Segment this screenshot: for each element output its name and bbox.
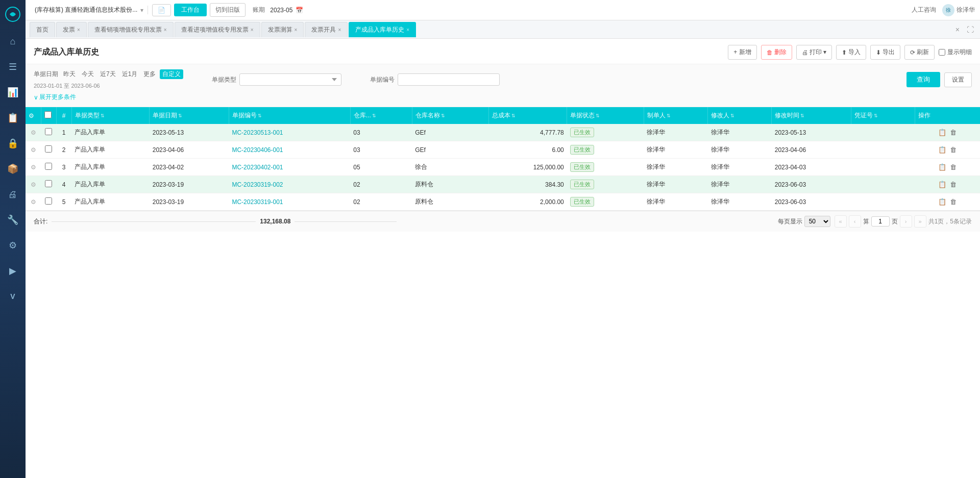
user-menu[interactable]: 徐 徐泽华: [942, 4, 975, 16]
col-number[interactable]: 单据编号⇅: [229, 107, 350, 124]
row-number[interactable]: MC-20230406-001: [229, 141, 350, 159]
number-filter-input[interactable]: [398, 73, 500, 86]
tab-product-in[interactable]: 产成品入库单历史 ×: [349, 22, 416, 37]
sidebar-item-tool[interactable]: 🔧: [0, 207, 26, 233]
expand-button[interactable]: ∨ 展开更多条件: [34, 93, 972, 102]
col-wh-code[interactable]: 仓库...⇅: [350, 107, 412, 124]
row-delete-icon[interactable]: 🗑: [950, 181, 957, 188]
col-total-cost[interactable]: 总成本⇅: [489, 107, 567, 124]
tab-invoice-calc[interactable]: 发票测算 ×: [261, 22, 304, 37]
row-checkbox-cell[interactable]: [41, 159, 56, 176]
sidebar-item-chart[interactable]: 📊: [0, 80, 26, 105]
prev-page-button[interactable]: ‹: [849, 215, 861, 228]
row-checkbox-cell[interactable]: [41, 141, 56, 159]
row-checkbox[interactable]: [45, 163, 52, 170]
row-settings-icon[interactable]: ⚙: [26, 141, 41, 159]
refresh-button[interactable]: ⟳ 刷新: [904, 45, 935, 60]
tab-purchase-vat[interactable]: 查看进项增值税专用发票 ×: [175, 22, 260, 37]
tab-invoice-open-close[interactable]: ×: [338, 27, 341, 33]
row-checkbox[interactable]: [45, 180, 52, 187]
row-delete-icon[interactable]: 🗑: [950, 198, 957, 206]
import-button[interactable]: ⬆ 导入: [836, 45, 866, 60]
workbench-button[interactable]: 工作台: [174, 4, 207, 16]
custom-shortcut[interactable]: 自定义: [160, 69, 183, 79]
row-checkbox-cell[interactable]: [41, 193, 56, 211]
row-number-link[interactable]: MC-20230406-001: [232, 146, 283, 154]
sidebar-item-tax[interactable]: 📋: [0, 105, 26, 131]
row-number[interactable]: MC-20230319-001: [229, 193, 350, 211]
sidebar-item-inventory[interactable]: 📦: [0, 156, 26, 182]
month-shortcut[interactable]: 近1月: [120, 69, 140, 79]
select-all-checkbox[interactable]: [44, 111, 52, 118]
tab-sales-vat-close[interactable]: ×: [164, 27, 167, 33]
show-detail-checkbox[interactable]: [939, 49, 945, 56]
row-checkbox[interactable]: [45, 197, 52, 205]
first-page-button[interactable]: «: [835, 215, 847, 228]
tab-invoice-open[interactable]: 发票开具 ×: [305, 22, 348, 37]
tab-product-in-close[interactable]: ×: [406, 27, 409, 33]
row-delete-icon[interactable]: 🗑: [950, 146, 957, 154]
tab-sales-vat[interactable]: 查看销项增值税专用发票 ×: [88, 22, 174, 37]
row-number-link[interactable]: MC-20230319-002: [232, 181, 283, 188]
filter-settings-button[interactable]: 设置: [944, 72, 972, 87]
page-number-input[interactable]: [871, 216, 890, 227]
row-edit-icon[interactable]: 📋: [938, 198, 946, 206]
col-status[interactable]: 单据状态⇅: [567, 107, 644, 124]
tab-invoice-close[interactable]: ×: [77, 27, 80, 33]
sidebar-item-print[interactable]: 🖨: [0, 182, 26, 207]
tab-purchase-vat-close[interactable]: ×: [251, 27, 254, 33]
print-button[interactable]: 🖨 打印 ▾: [796, 45, 832, 60]
page-size-select[interactable]: 50 100 200: [804, 216, 830, 227]
col-settings[interactable]: ⚙: [26, 107, 41, 124]
today-shortcut[interactable]: 今天: [80, 69, 96, 79]
col-type[interactable]: 单据类型⇅: [71, 107, 150, 124]
row-delete-icon[interactable]: 🗑: [950, 129, 957, 136]
row-edit-icon[interactable]: 📋: [938, 146, 946, 154]
row-checkbox-cell[interactable]: [41, 124, 56, 141]
row-settings-icon[interactable]: ⚙: [26, 124, 41, 141]
row-number[interactable]: MC-20230402-001: [229, 159, 350, 176]
tab-maximize[interactable]: ⛶: [965, 23, 976, 36]
row-settings-icon[interactable]: ⚙: [26, 159, 41, 176]
col-wh-name[interactable]: 仓库名称⇅: [412, 107, 489, 124]
col-modifier[interactable]: 修改人⇅: [708, 107, 772, 124]
delete-button[interactable]: 🗑 删除: [761, 45, 792, 60]
row-settings-icon[interactable]: ⚙: [26, 176, 41, 193]
col-checkbox[interactable]: [41, 107, 56, 124]
tab-invoice[interactable]: 发票 ×: [56, 22, 87, 37]
type-filter-select[interactable]: 产品入库单: [239, 73, 341, 86]
sidebar-item-version[interactable]: V: [0, 284, 26, 309]
row-edit-icon[interactable]: 📋: [938, 181, 946, 188]
sidebar-item-doc[interactable]: ☰: [0, 54, 26, 80]
sidebar-item-lock[interactable]: 🔒: [0, 131, 26, 156]
col-creator[interactable]: 制单人⇅: [644, 107, 707, 124]
yesterday-shortcut[interactable]: 昨天: [61, 69, 78, 79]
col-modify-time[interactable]: 修改时间⇅: [772, 107, 851, 124]
row-checkbox[interactable]: [45, 128, 52, 135]
row-checkbox-cell[interactable]: [41, 176, 56, 193]
next-page-button[interactable]: ›: [900, 215, 912, 228]
sidebar-item-video[interactable]: ▶: [0, 258, 26, 284]
brand-dropdown-icon[interactable]: ▾: [140, 7, 143, 14]
row-number-link[interactable]: MC-20230402-001: [232, 164, 283, 171]
row-number[interactable]: MC-20230513-001: [229, 124, 350, 141]
app-logo[interactable]: [3, 4, 23, 24]
export-button[interactable]: ⬇ 导出: [870, 45, 900, 60]
row-settings-icon[interactable]: ⚙: [26, 193, 41, 211]
new-button[interactable]: + 新增: [728, 45, 756, 60]
show-detail-label[interactable]: 显示明细: [939, 48, 972, 57]
calendar-icon[interactable]: 📅: [296, 7, 303, 14]
row-checkbox[interactable]: [45, 145, 52, 153]
tab-close-all[interactable]: ×: [953, 23, 962, 36]
tab-invoice-calc-close[interactable]: ×: [295, 27, 298, 33]
last-page-button[interactable]: »: [914, 215, 926, 228]
more-shortcut[interactable]: 更多: [141, 69, 158, 79]
row-number-link[interactable]: MC-20230319-001: [232, 198, 283, 206]
row-number-link[interactable]: MC-20230513-001: [232, 129, 283, 136]
col-voucher[interactable]: 凭证号⇅: [851, 107, 915, 124]
query-button[interactable]: 查询: [906, 72, 940, 87]
row-edit-icon[interactable]: 📋: [938, 163, 946, 171]
assistant-link[interactable]: 人工咨询: [912, 6, 936, 14]
switch-version-button[interactable]: 切到旧版: [210, 3, 246, 17]
week-shortcut[interactable]: 近7天: [98, 69, 118, 79]
